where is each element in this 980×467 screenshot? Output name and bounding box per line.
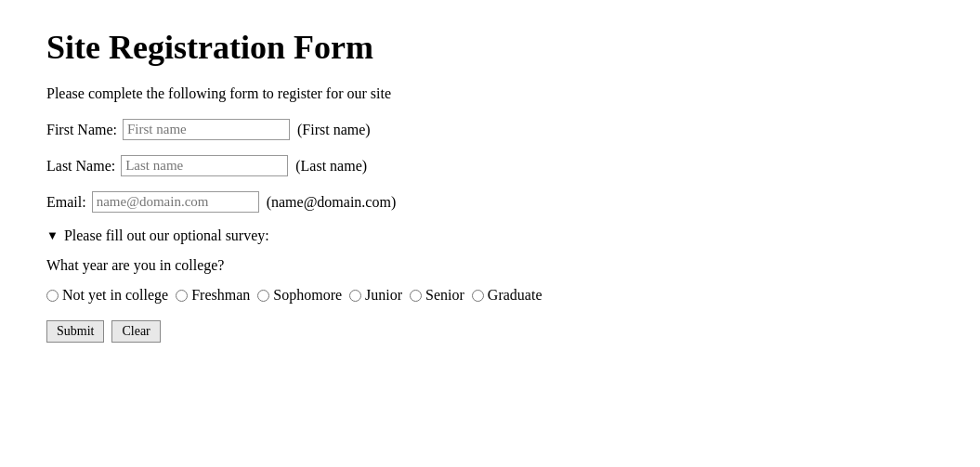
page-title: Site Registration Form bbox=[46, 28, 934, 67]
radio-option-not-yet: Not yet in college bbox=[46, 287, 168, 304]
first-name-row: First Name: (First name) bbox=[46, 119, 934, 140]
radio-label-graduate: Graduate bbox=[488, 287, 542, 304]
form-description: Please complete the following form to re… bbox=[46, 85, 934, 102]
email-label: Email: bbox=[46, 194, 86, 211]
radio-not-yet-in-college[interactable] bbox=[46, 290, 59, 302]
button-row: Submit Clear bbox=[46, 320, 934, 343]
survey-toggle[interactable]: ▼ Please fill out our optional survey: bbox=[46, 227, 934, 244]
survey-question: What year are you in college? bbox=[46, 257, 934, 274]
radio-junior[interactable] bbox=[349, 290, 361, 302]
radio-label-sophomore: Sophomore bbox=[273, 287, 342, 304]
first-name-hint: (First name) bbox=[297, 122, 371, 138]
first-name-label: First Name: bbox=[46, 122, 117, 138]
radio-label-freshman: Freshman bbox=[191, 287, 250, 304]
last-name-label: Last Name: bbox=[46, 158, 115, 175]
radio-option-freshman: Freshman bbox=[176, 287, 250, 304]
radio-label-senior: Senior bbox=[425, 287, 464, 304]
year-radio-group: Not yet in college Freshman Sophomore Ju… bbox=[46, 287, 934, 304]
radio-option-senior: Senior bbox=[410, 287, 464, 304]
email-hint: (name@domain.com) bbox=[267, 194, 397, 211]
radio-graduate[interactable] bbox=[472, 290, 484, 302]
submit-button[interactable]: Submit bbox=[46, 320, 104, 343]
first-name-input[interactable] bbox=[123, 119, 290, 140]
radio-freshman[interactable] bbox=[176, 290, 188, 302]
email-row: Email: (name@domain.com) bbox=[46, 191, 934, 213]
radio-sophomore[interactable] bbox=[257, 290, 269, 302]
email-input[interactable] bbox=[92, 191, 259, 213]
radio-option-sophomore: Sophomore bbox=[257, 287, 342, 304]
last-name-hint: (Last name) bbox=[295, 158, 367, 175]
radio-senior[interactable] bbox=[410, 290, 422, 302]
radio-option-junior: Junior bbox=[349, 287, 402, 304]
radio-label-junior: Junior bbox=[365, 287, 402, 304]
triangle-icon: ▼ bbox=[46, 228, 59, 243]
radio-option-graduate: Graduate bbox=[472, 287, 542, 304]
radio-label-not-yet: Not yet in college bbox=[62, 287, 168, 304]
clear-button[interactable]: Clear bbox=[111, 320, 160, 343]
survey-toggle-label: Please fill out our optional survey: bbox=[64, 227, 269, 244]
last-name-row: Last Name: (Last name) bbox=[46, 155, 934, 176]
last-name-input[interactable] bbox=[121, 155, 288, 176]
